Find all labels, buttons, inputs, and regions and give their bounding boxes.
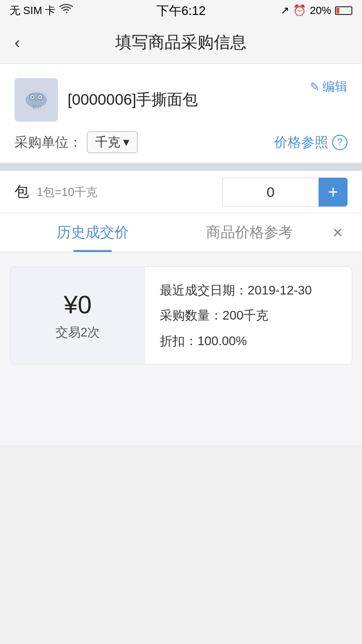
content-area: ¥0 交易2次 最近成交日期：2019-12-30 采购数量：200千克 折扣：… [0,252,362,445]
tabs-container: 历史成交价 商品价格参考 × [0,213,362,252]
recent-date-label: 最近成交日期： [160,283,248,297]
history-card: ¥0 交易2次 最近成交日期：2019-12-30 采购数量：200千克 折扣：… [10,266,352,364]
wifi-icon [59,4,73,17]
product-thumbnail: 数计 [14,78,58,122]
tab-history-label: 历史成交价 [56,223,129,242]
product-logo: 数计 [22,86,51,114]
edit-button[interactable]: ✎ 编辑 [310,78,348,95]
recent-date-value: 2019-12-30 [248,283,312,297]
plus-icon: + [328,182,338,202]
quantity-label-detail: 采购数量： [160,308,223,322]
quantity-plus-button[interactable]: + [319,178,348,207]
unit-label-group: 采购单位： 千克 ▾ [14,131,138,153]
product-card: 数计 [0000006]手撕面包 ✎ 编辑 采购单位： 千克 ▾ 价格参照 ? [0,64,362,163]
product-top-row: 数计 [0000006]手撕面包 ✎ 编辑 [14,78,348,122]
page-header: ‹ 填写商品采购信息 [0,21,362,64]
quantity-unit: 包 [14,182,29,202]
close-icon: × [333,223,343,242]
product-name: [0000006]手撕面包 [68,89,198,111]
unit-label-text: 采购单位： [14,133,82,152]
close-button[interactable]: × [328,218,348,248]
section-divider [0,163,362,171]
carrier-text: 无 SIM 卡 [10,3,56,18]
edit-label: 编辑 [322,78,348,95]
page-title: 填写商品采购信息 [115,31,247,54]
history-discount-row: 折扣：100.00% [160,332,337,350]
battery-icon [335,6,352,15]
back-button[interactable]: ‹ [10,28,25,56]
history-price: ¥0 [64,290,92,319]
status-bar: 无 SIM 卡 下午6:12 ↗ ⏰ 20% [0,0,362,21]
history-quantity-row: 采购数量：200千克 [160,307,337,324]
product-bottom-row: 采购单位： 千克 ▾ 价格参照 ? [14,131,348,153]
price-ref-label: 价格参照 [274,133,328,152]
quantity-conversion: 1包=10千克 [37,184,97,200]
quantity-input[interactable]: 0 [222,178,319,207]
unit-value: 千克 [95,134,120,151]
history-trades: 交易2次 [56,324,100,341]
unit-select[interactable]: 千克 ▾ [87,131,138,153]
tab-active-indicator [73,250,112,252]
svg-point-5 [31,96,33,98]
status-right: ↗ ⏰ 20% [280,4,352,17]
battery-percent: 20% [310,4,331,17]
quantity-row: 包 1包=10千克 0 + [0,171,362,213]
discount-value: 100.00% [197,334,247,348]
quantity-label-group: 包 1包=10千克 [14,182,97,202]
quantity-input-group: 0 + [222,178,348,207]
location-icon: ↗ [280,4,289,17]
quantity-value-detail: 200千克 [223,308,268,322]
status-left: 无 SIM 卡 [10,3,73,18]
history-left-panel: ¥0 交易2次 [10,267,145,364]
svg-text:数计: 数计 [32,104,42,110]
status-time: 下午6:12 [156,2,206,19]
alarm-icon: ⏰ [293,4,306,17]
discount-label: 折扣： [160,334,197,348]
svg-point-6 [39,96,41,98]
history-date-row: 最近成交日期：2019-12-30 [160,281,337,299]
tab-product-ref-label: 商品价格参考 [206,223,293,242]
tab-product-ref[interactable]: 商品价格参考 [171,213,327,252]
price-reference-button[interactable]: 价格参照 ? [274,133,348,152]
help-icon: ? [332,135,348,150]
edit-icon: ✎ [310,80,320,94]
dropdown-icon: ▾ [123,135,129,150]
history-right-panel: 最近成交日期：2019-12-30 采购数量：200千克 折扣：100.00% [145,267,352,364]
tab-history[interactable]: 历史成交价 [14,213,171,252]
product-left: 数计 [0000006]手撕面包 [14,78,198,122]
